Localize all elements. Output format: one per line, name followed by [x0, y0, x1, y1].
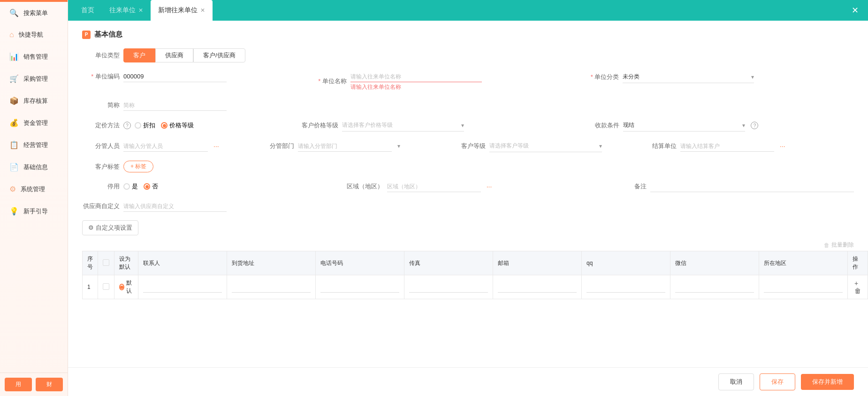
disabled-radio-no-label: 否	[152, 182, 158, 191]
th-check	[98, 251, 114, 275]
tag-add-button[interactable]: + 标签	[123, 161, 153, 172]
supervisor-input[interactable]	[123, 140, 208, 152]
unit-category-select[interactable]: 未分类 ▾	[623, 71, 754, 83]
supervisor-field: 分管人员 ···	[82, 140, 247, 152]
unit-category-label: 单位分类	[581, 73, 619, 81]
sidebar-item-quicknav[interactable]: ⌂ 快捷导航	[0, 24, 68, 46]
unit-code-label: 单位编码	[82, 72, 120, 81]
type-btn-customer[interactable]: 客户	[123, 48, 155, 62]
tab-partners-close[interactable]: ✕	[138, 7, 143, 14]
sidebar-item-system[interactable]: ⚙ 系统管理	[0, 178, 68, 200]
td-wechat	[670, 275, 759, 299]
disabled-radio-yes[interactable]: 是	[123, 182, 138, 191]
td-contact	[138, 275, 227, 299]
sidebar-item-label: 快捷导航	[19, 31, 43, 39]
settlement-input[interactable]	[680, 140, 774, 152]
type-btn-both[interactable]: 客户/供应商	[193, 48, 245, 62]
remark-input[interactable]	[650, 181, 854, 192]
row-wechat-input[interactable]	[675, 281, 754, 293]
unit-type-buttons: 客户 供应商 客户/供应商	[123, 48, 245, 62]
save-new-button[interactable]: 保存并新增	[801, 374, 854, 390]
custom-settings-button[interactable]: ⚙ 自定义项设置	[82, 220, 138, 235]
unit-category-value: 未分类	[623, 73, 751, 81]
table-header-checkbox[interactable]	[103, 259, 109, 266]
sidebar-item-basic[interactable]: 📄 基础信息	[0, 156, 68, 178]
customer-level-select[interactable]: 请选择客户等级 ▾	[489, 140, 602, 152]
row-contact-input[interactable]	[143, 281, 222, 293]
th-fax: 传真	[404, 251, 493, 275]
tab-new-partner[interactable]: 新增往来单位 ✕	[151, 0, 213, 21]
batch-delete-label[interactable]: 批量删除	[831, 241, 854, 249]
save-button[interactable]: 保存	[760, 373, 795, 390]
sidebar-item-guide[interactable]: 💡 新手引导	[0, 200, 68, 222]
payment-help-icon[interactable]: ?	[751, 122, 758, 129]
system-icon: ⚙	[9, 185, 16, 194]
remark-field: 备注	[609, 181, 854, 192]
sidebar-item-finance[interactable]: 💰 资金管理	[0, 112, 68, 134]
payment-condition-value: 现结	[623, 121, 742, 129]
sidebar-item-label: 新手引导	[23, 207, 48, 216]
td-region	[759, 275, 848, 299]
row-default-label: 默认	[126, 279, 133, 295]
unit-code-input[interactable]	[123, 71, 227, 82]
sidebar-btn-yong[interactable]: 用	[5, 378, 32, 391]
row-add-button[interactable]: +	[853, 280, 860, 287]
sidebar-item-inventory[interactable]: 📦 库存核算	[0, 90, 68, 112]
region-field: 区域（地区） ···	[346, 181, 591, 192]
supervisor-label: 分管人员	[82, 142, 120, 150]
row-default-radio[interactable]: 默认	[119, 279, 133, 295]
type-btn-supplier[interactable]: 供应商	[155, 48, 193, 62]
payment-condition-label: 收款条件	[582, 121, 619, 130]
region-input[interactable]	[387, 181, 481, 192]
supervisor-more-btn[interactable]: ···	[212, 142, 221, 150]
tab-partners[interactable]: 往来单位 ✕	[102, 0, 151, 21]
customer-tag-label: 客户标签	[82, 163, 120, 171]
supplier-custom-input[interactable]	[123, 201, 227, 212]
window-close-button[interactable]: ✕	[848, 5, 862, 16]
sidebar-item-sales[interactable]: 📊 销售管理	[0, 46, 68, 68]
td-id: 1	[83, 275, 98, 299]
sidebar-item-search[interactable]: 🔍 搜索菜单	[0, 2, 68, 24]
pricing-radio-level-circle	[161, 122, 168, 129]
unit-type-row: 单位类型 客户 供应商 客户/供应商	[82, 48, 854, 62]
row-checkbox[interactable]	[103, 283, 109, 290]
tab-home[interactable]: 首页	[74, 0, 102, 21]
short-name-input[interactable]	[123, 100, 227, 111]
tab-new-partner-close[interactable]: ✕	[200, 7, 205, 14]
department-input[interactable]	[298, 140, 392, 152]
row-fax-input[interactable]	[409, 281, 488, 293]
region-label: 区域（地区）	[346, 182, 383, 191]
settlement-more-btn[interactable]: ···	[778, 142, 787, 150]
row-delete-button[interactable]: 🗑	[853, 287, 863, 295]
cancel-button[interactable]: 取消	[718, 373, 754, 390]
department-label: 分管部门	[257, 142, 294, 150]
pricing-radio-level-label: 价格等级	[169, 121, 194, 130]
region-more-btn[interactable]: ···	[485, 183, 494, 190]
td-qq	[582, 275, 670, 299]
td-default: 默认	[114, 275, 138, 299]
payment-condition-arrow: ▾	[742, 122, 745, 129]
row-phone-input[interactable]	[320, 281, 399, 293]
unit-name-input[interactable]	[350, 71, 482, 82]
main-area: 首页 往来单位 ✕ 新增往来单位 ✕ ✕ P 基本信息 单位类型 客户 供应商 …	[68, 0, 868, 396]
row-qq-input[interactable]	[586, 281, 665, 293]
row-address-input[interactable]	[232, 281, 311, 293]
row-email-input[interactable]	[498, 281, 577, 293]
search-icon: 🔍	[9, 8, 19, 17]
customer-level-placeholder: 请选择客户等级	[489, 142, 599, 150]
pricing-radio-level[interactable]: 价格等级	[161, 121, 194, 130]
unit-name-field: 单位名称 请输入往来单位名称	[309, 71, 582, 91]
customer-price-level-placeholder: 请选择客户价格等级	[342, 121, 461, 129]
disabled-radio-no[interactable]: 否	[144, 182, 158, 191]
pricing-radio-discount[interactable]: 折扣	[135, 121, 155, 130]
th-wechat: 微信	[670, 251, 759, 275]
customer-price-level-select[interactable]: 请选择客户价格等级 ▾	[342, 119, 464, 132]
pricing-help-icon[interactable]: ?	[123, 122, 131, 129]
row-region-input[interactable]	[764, 281, 843, 293]
sidebar-btn-cai[interactable]: 财	[36, 378, 63, 391]
sidebar-item-operations[interactable]: 📋 经营管理	[0, 134, 68, 156]
sidebar-item-purchase[interactable]: 🛒 采购管理	[0, 68, 68, 90]
th-region: 所在地区	[759, 251, 848, 275]
payment-condition-select[interactable]: 现结 ▾	[623, 119, 745, 132]
supplier-custom-label: 供应商自定义	[82, 202, 120, 210]
